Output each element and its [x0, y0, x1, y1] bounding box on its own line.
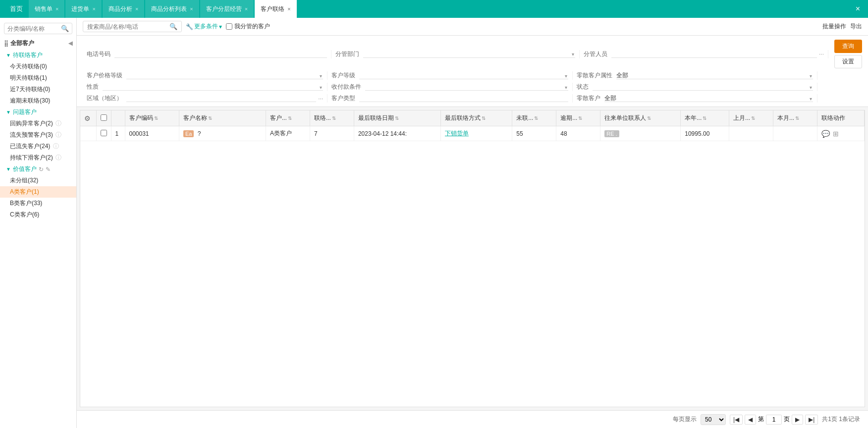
close-analysis-tab[interactable]: × [135, 6, 138, 12]
export-btn[interactable]: 导出 [850, 22, 862, 31]
sidebar-pending-contact-group[interactable]: ▼ 待联络客户 [0, 50, 76, 61]
sidebar-item-overdue[interactable]: 逾期未联络(30) [0, 95, 76, 107]
nav-tab-analysis-list[interactable]: 商品分析列表 × [145, 0, 199, 18]
sort-lastmonth-icon[interactable]: ⇅ [751, 115, 755, 121]
refresh-icon[interactable]: ↻ [39, 166, 44, 173]
customer-type-input[interactable] [359, 95, 568, 102]
chat-icon[interactable]: 💬 [821, 130, 830, 138]
page-size-select[interactable]: 50 100 [701, 414, 726, 425]
th-unit-contact[interactable]: 往来单位联系人 ⇅ [600, 110, 681, 126]
sidebar-item-class-c[interactable]: C类客户(6) [0, 209, 76, 220]
th-this-month[interactable]: 本月... ⇅ [773, 110, 817, 126]
sort-nocontact-icon[interactable]: ⇅ [534, 115, 538, 121]
qr-icon[interactable]: ⊞ [833, 130, 839, 138]
filter-search-input[interactable] [87, 23, 169, 30]
th-contact[interactable]: 联络... ⇅ [310, 110, 354, 126]
close-analysis-list-tab[interactable]: × [190, 6, 193, 12]
my-customers-checkbox[interactable] [226, 23, 232, 30]
sort-code-icon[interactable]: ⇅ [154, 115, 158, 121]
sort-name-icon[interactable]: ⇅ [208, 115, 212, 121]
retail-attr-select[interactable]: 全部 [616, 72, 813, 79]
gear-icon[interactable]: ⚙ [84, 114, 91, 122]
last-page-btn[interactable]: ▶| [805, 415, 818, 425]
sort-contact-icon[interactable]: ⇅ [332, 115, 336, 121]
dept-select[interactable] [363, 51, 576, 58]
close-contact-tab[interactable]: × [287, 6, 290, 12]
sidebar-item-churn-warning[interactable]: 流失预警客户(3) ⓘ [0, 129, 76, 141]
nav-tab-customer-contact[interactable]: 客户联络 × [255, 0, 296, 18]
search-icon[interactable]: 🔍 [169, 23, 177, 30]
sidebar-item-class-a[interactable]: A类客户(1) [0, 186, 76, 198]
page-number-input[interactable] [766, 415, 782, 425]
sidebar-all-customers-header[interactable]: ⣿ 全部客户 ◀ [0, 37, 76, 50]
sort-date-icon[interactable]: ⇅ [395, 115, 399, 121]
nav-home[interactable]: 首页 [4, 0, 29, 18]
th-category[interactable]: 客户... ⇅ [266, 110, 310, 126]
manager-input[interactable] [611, 51, 817, 58]
payment-select[interactable] [365, 83, 568, 91]
th-gear[interactable]: ⚙ [80, 110, 96, 126]
nav-tab-customer-segment[interactable]: 客户分层经营 × [200, 0, 254, 18]
th-name-label: 客户名称 [183, 114, 207, 122]
sort-thismonth-icon[interactable]: ⇅ [795, 115, 799, 121]
sort-method-icon[interactable]: ⇅ [482, 115, 486, 121]
sidebar-item-tomorrow[interactable]: 明天待联络(1) [0, 72, 76, 84]
first-page-btn[interactable]: |◀ [730, 415, 743, 425]
sidebar-item-churned[interactable]: 已流失客户(24) ⓘ [0, 141, 76, 152]
phone-input[interactable] [114, 51, 327, 58]
th-last-date[interactable]: 最后联络日期 ⇅ [354, 110, 440, 126]
adv-field-retail: 零散客户 全部 ▾ [573, 94, 817, 103]
td-last-method[interactable]: 下销货单 [440, 126, 512, 141]
th-no-contact[interactable]: 未联... ⇅ [512, 110, 556, 126]
th-code[interactable]: 客户编码 ⇅ [125, 110, 179, 126]
sidebar-search-icon[interactable]: 🔍 [61, 25, 69, 32]
nav-tab-analysis[interactable]: 商品分析 × [103, 0, 144, 18]
td-index: 1 [111, 126, 125, 141]
more-filters-btn[interactable]: 🔧 更多条件 ▾ [186, 22, 222, 31]
batch-op-btn[interactable]: 批量操作 [822, 22, 846, 31]
sidebar-item-today[interactable]: 今天待联络(0) [0, 61, 76, 72]
th-this-year[interactable]: 本年... ⇅ [681, 110, 729, 126]
close-segment-tab[interactable]: × [245, 6, 248, 12]
sidebar-item-class-b[interactable]: B类客户(33) [0, 198, 76, 209]
row-checkbox[interactable] [101, 130, 107, 136]
manager-ellipsis[interactable]: ··· [819, 51, 824, 57]
sidebar-value-customers-group[interactable]: ▼ 价值客户 ↻ ✎ [0, 163, 76, 175]
th-name[interactable]: 客户名称 ⇅ [179, 110, 266, 126]
select-all-checkbox[interactable] [101, 114, 107, 121]
sidebar-item-unclassified[interactable]: 未分组(32) [0, 175, 76, 186]
nav-tab-sales[interactable]: 销售单 × [29, 0, 64, 18]
sort-year-icon[interactable]: ⇅ [703, 115, 706, 121]
nav-tab-purchase[interactable]: 进货单 × [65, 0, 101, 18]
sidebar-item-declining[interactable]: 持续下滑客户(2) ⓘ [0, 152, 76, 163]
sidebar-item-repurchase[interactable]: 回购异常客户(2) ⓘ [0, 118, 76, 129]
sort-unit-icon[interactable]: ⇅ [647, 115, 651, 121]
retail-select[interactable]: 全部 [604, 95, 813, 102]
customer-level-select[interactable] [359, 72, 568, 79]
status-select[interactable] [593, 83, 813, 91]
region-ellipsis[interactable]: ··· [318, 95, 323, 102]
sort-overdue-icon[interactable]: ⇅ [578, 115, 582, 121]
price-level-select[interactable] [126, 72, 323, 79]
filter-icon: 🔧 [186, 23, 193, 30]
query-button[interactable]: 查询 [834, 40, 862, 53]
adv-field-customer-level: 客户等级 ▾ [327, 71, 572, 80]
close-purchase-tab[interactable]: × [92, 6, 95, 12]
prev-page-btn[interactable]: ◀ [745, 415, 756, 425]
window-close[interactable]: × [852, 4, 864, 13]
th-overdue[interactable]: 逾期... ⇅ [556, 110, 600, 126]
next-page-btn[interactable]: ▶ [792, 415, 803, 425]
sidebar-item-7days[interactable]: 近7天待联络(0) [0, 84, 76, 95]
edit-icon[interactable]: ✎ [46, 166, 51, 173]
my-customers-checkbox-wrap[interactable]: 我分管的客户 [226, 22, 270, 31]
region-input[interactable] [126, 95, 316, 102]
sidebar-collapse-icon[interactable]: ◀ [68, 40, 72, 47]
sidebar-problem-customers-group[interactable]: ▼ 问题客户 [0, 107, 76, 118]
nature-select[interactable] [103, 83, 323, 91]
settings-button[interactable]: 设置 [834, 55, 862, 68]
th-last-month[interactable]: 上月... ⇅ [729, 110, 773, 126]
sidebar-search-input[interactable] [7, 25, 61, 32]
th-last-method[interactable]: 最后联络方式 ⇅ [440, 110, 512, 126]
close-sales-tab[interactable]: × [55, 6, 58, 12]
sort-category-icon[interactable]: ⇅ [288, 115, 292, 121]
